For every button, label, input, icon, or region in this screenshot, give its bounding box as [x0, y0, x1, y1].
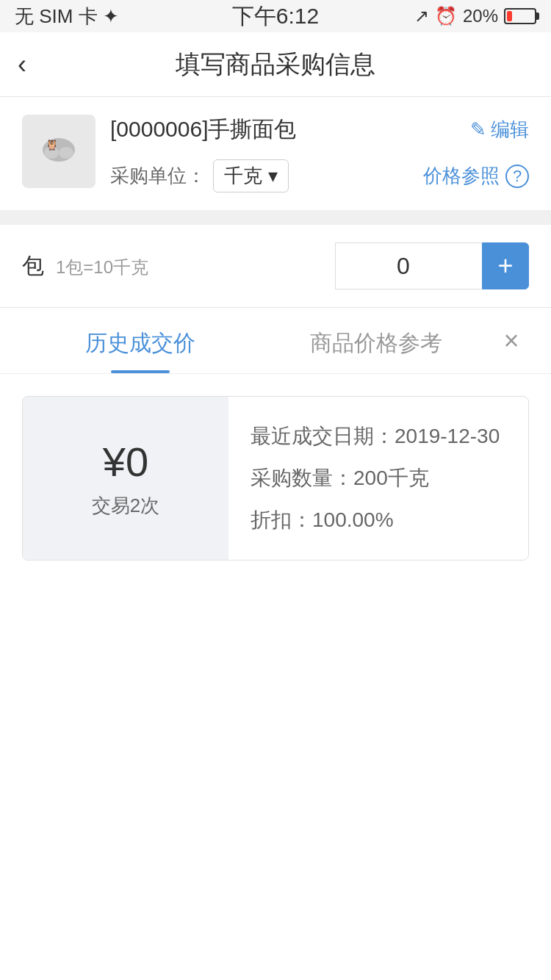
status-time: 下午6:12	[232, 1, 319, 32]
bottom-space	[0, 583, 551, 980]
tab-price-reference[interactable]: 商品价格参考	[258, 308, 494, 373]
purchase-qty-row: 采购数量：200千克	[251, 464, 506, 492]
close-button[interactable]: ×	[494, 323, 529, 359]
unit-label: 采购单位：	[110, 163, 206, 189]
price-card-right: 最近成交日期：2019-12-30 采购数量：200千克 折扣：100.00%	[228, 397, 528, 560]
quantity-label: 包 1包=10千克	[22, 251, 148, 281]
unit-select[interactable]: 千克 ▾	[213, 159, 289, 192]
section-divider	[0, 210, 551, 225]
product-section: 🦉 [0000006]手撕面包 ✎ 编辑 采购单位： 千克 ▾ 价格参照 ?	[0, 97, 551, 210]
location-icon: ↗	[414, 6, 429, 26]
discount-label: 折扣：	[251, 508, 312, 531]
product-image: 🦉	[22, 115, 96, 188]
price-ref-button[interactable]: 价格参照 ?	[423, 163, 529, 189]
price-card: ¥0 交易2次 最近成交日期：2019-12-30 采购数量：200千克 折扣：…	[22, 396, 529, 561]
discount-row: 折扣：100.00%	[251, 505, 506, 534]
quantity-plus-button[interactable]: +	[482, 242, 529, 289]
quantity-input[interactable]	[335, 242, 482, 289]
price-value: 0	[126, 439, 148, 485]
quantity-conversion: 1包=10千克	[56, 256, 148, 279]
currency-symbol: ¥	[103, 439, 126, 485]
price-modal: 历史成交价 商品价格参考 × ¥0 交易2次 最近成交日期：2019-12-30…	[0, 307, 551, 583]
price-card-left: ¥0 交易2次	[23, 397, 228, 560]
quantity-row: 包 1包=10千克 +	[0, 225, 551, 307]
signal-text: 无 SIM 卡 ✦	[15, 4, 119, 29]
svg-point-2	[59, 147, 73, 159]
recent-date-row: 最近成交日期：2019-12-30	[251, 422, 506, 450]
nav-bar: ‹ 填写商品采购信息	[0, 32, 551, 97]
unit-value: 千克	[224, 163, 262, 189]
status-bar: 无 SIM 卡 ✦ 下午6:12 ↗ ⏰ 20%	[0, 0, 551, 32]
transaction-count: 交易2次	[92, 493, 159, 519]
status-left: 无 SIM 卡 ✦	[15, 4, 119, 29]
tabs-row: 历史成交价 商品价格参考 ×	[0, 308, 551, 374]
purchase-qty-label: 采购数量：	[251, 466, 353, 489]
unit-selector-group: 采购单位： 千克 ▾	[110, 159, 289, 192]
battery-icon	[504, 8, 536, 24]
status-right: ↗ ⏰ 20%	[414, 6, 536, 26]
edit-label: 编辑	[491, 117, 529, 143]
page-title: 填写商品采购信息	[176, 48, 375, 82]
price-ref-label: 价格参照	[423, 163, 500, 189]
product-unit-row: 采购单位： 千克 ▾ 价格参照 ?	[110, 159, 529, 192]
product-info: [0000006]手撕面包 ✎ 编辑 采购单位： 千克 ▾ 价格参照 ?	[110, 115, 529, 192]
quantity-unit: 包	[22, 251, 44, 281]
battery-percent: 20%	[463, 6, 498, 26]
product-thumbnail-icon: 🦉	[37, 129, 81, 173]
help-icon[interactable]: ?	[505, 165, 529, 188]
alarm-icon: ⏰	[435, 6, 457, 26]
back-button[interactable]: ‹	[18, 49, 26, 80]
price-content: ¥0 交易2次 最近成交日期：2019-12-30 采购数量：200千克 折扣：…	[0, 374, 551, 583]
edit-button[interactable]: ✎ 编辑	[470, 117, 529, 143]
recent-date-label: 最近成交日期：	[251, 425, 395, 447]
product-name: [0000006]手撕面包	[110, 115, 296, 145]
discount-value: 100.00%	[312, 508, 394, 531]
product-header: [0000006]手撕面包 ✎ 编辑	[110, 115, 529, 145]
chevron-down-icon: ▾	[268, 165, 278, 187]
battery-fill	[507, 11, 512, 21]
quantity-input-group: +	[335, 242, 529, 289]
price-display: ¥0	[103, 438, 148, 486]
recent-date-value: 2019-12-30	[395, 425, 500, 447]
svg-text:🦉: 🦉	[46, 139, 59, 151]
tab-history-price[interactable]: 历史成交价	[22, 308, 258, 373]
edit-icon: ✎	[470, 118, 486, 141]
purchase-qty-value: 200千克	[353, 466, 429, 489]
